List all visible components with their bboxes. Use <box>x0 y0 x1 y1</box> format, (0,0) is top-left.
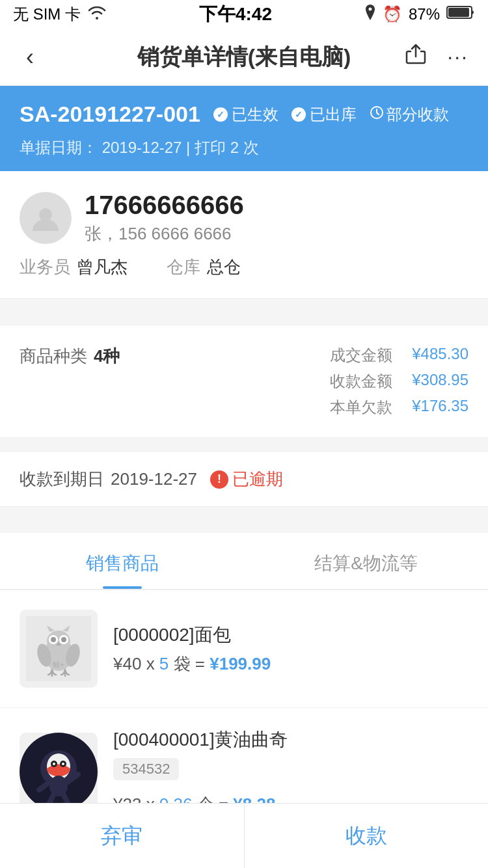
customer-avatar <box>20 192 72 244</box>
order-id: SA-20191227-001 <box>20 102 200 127</box>
sales-name: 曾凡杰 <box>77 256 128 278</box>
product-price-row-1: ¥40 x 5 袋 = ¥199.99 <box>113 653 468 675</box>
due-date-value: 2019-12-27 <box>111 469 197 489</box>
section-gap-1 <box>0 299 488 312</box>
battery-icon <box>446 5 475 23</box>
warehouse-name: 总仓 <box>207 256 241 278</box>
product-name-2: [000400001]黄油曲奇 <box>113 727 468 752</box>
warehouse-label: 仓库 <box>167 256 200 278</box>
svg-point-22 <box>53 763 55 765</box>
due-date-section: 收款到期日 2019-12-27 ! 已逾期 <box>0 452 488 507</box>
status-effective-label: 已生效 <box>232 104 278 125</box>
received-label: 收款金额 <box>330 371 392 392</box>
customer-info-row: 业务员 曾凡杰 仓库 总仓 <box>20 256 468 278</box>
status-bar-right: ⏰ 87% <box>364 5 475 24</box>
tab-sales-label: 销售商品 <box>86 553 159 573</box>
category-count: 4种 <box>94 345 120 368</box>
confirm-label: 收款 <box>346 822 387 850</box>
status-shipped-label: 已出库 <box>310 104 357 125</box>
sales-label: 业务员 <box>20 256 70 278</box>
svg-point-23 <box>62 763 64 765</box>
product-info-1: [0000002]面包 ¥40 x 5 袋 = ¥199.99 <box>113 623 468 675</box>
tab-settle-logistics[interactable]: 结算&物流等 <box>244 533 488 589</box>
svg-text:鲸+: 鲸+ <box>53 660 64 668</box>
tab-sales-products[interactable]: 销售商品 <box>0 533 244 589</box>
product-code-2: [000400001] <box>113 729 215 750</box>
deal-amount-row: 成交金额 ¥485.30 <box>330 345 468 366</box>
carrier-label: 无 SIM 卡 <box>13 4 81 25</box>
alarm-icon: ⏰ <box>383 5 402 23</box>
status-partial-label: 部分收款 <box>386 104 449 125</box>
back-button[interactable]: ‹ <box>20 37 40 77</box>
summary-section: 商品种类 4种 成交金额 ¥485.30 收款金额 ¥308.95 本单欠款 ¥… <box>0 325 488 438</box>
debt-row: 本单欠款 ¥176.35 <box>330 397 468 418</box>
svg-point-9 <box>51 637 56 642</box>
status-badge-shipped: ✓ 已出库 <box>291 104 357 125</box>
section-gap-2 <box>0 438 488 451</box>
overdue-icon: ! <box>210 470 228 489</box>
received-amount-row: 收款金额 ¥308.95 <box>330 371 468 392</box>
wifi-icon <box>87 5 107 23</box>
customer-section: 17666666666 张，156 6666 6666 业务员 曾凡杰 仓库 总… <box>0 171 488 299</box>
deal-amount-value: ¥485.30 <box>412 345 468 366</box>
nav-bar: ‹ 销货单详情(来自电脑) ··· <box>0 29 488 86</box>
check-icon-2: ✓ <box>291 107 306 122</box>
overdue-text: 已逾期 <box>232 468 283 491</box>
tabs-section: 销售商品 结算&物流等 <box>0 533 488 590</box>
section-gap-3 <box>0 507 488 520</box>
share-button[interactable] <box>404 42 427 72</box>
order-print-info: | 打印 2 次 <box>186 139 259 156</box>
tabs-row: 销售商品 结算&物流等 <box>0 533 488 589</box>
order-banner: SA-20191227-001 ✓ 已生效 ✓ 已出库 部分收款 单据日期： 2… <box>0 86 488 171</box>
check-icon-1: ✓ <box>213 107 228 122</box>
product-eq-1: = <box>195 654 210 673</box>
status-bar: 无 SIM 卡 下午4:42 ⏰ 87% <box>0 0 488 29</box>
debt-amount-value: ¥176.35 <box>412 397 468 418</box>
status-bar-time: 下午4:42 <box>199 2 272 27</box>
customer-sub-info: 张，156 6666 6666 <box>85 223 244 245</box>
product-price-1: ¥40 <box>113 654 141 673</box>
order-date: 2019-12-27 <box>102 139 182 156</box>
product-qty-1: 5 <box>159 654 169 673</box>
due-date-label: 收款到期日 <box>20 468 104 491</box>
more-button[interactable]: ··· <box>447 45 468 69</box>
debt-label: 本单欠款 <box>330 397 392 418</box>
product-total-1: ¥199.99 <box>210 654 271 673</box>
bottom-bar: 弃审 收款 <box>0 803 488 868</box>
tab-settle-label: 结算&物流等 <box>314 553 418 573</box>
overdue-badge: ! 已逾期 <box>210 468 283 491</box>
product-code-1: [0000002] <box>113 625 195 645</box>
product-thumb-1: 鲸+ <box>20 610 98 688</box>
category-label: 商品种类 <box>20 345 87 368</box>
product-thumb-2 <box>20 733 98 811</box>
product-sku-badge: 534532 <box>113 758 179 780</box>
cancel-button[interactable]: 弃审 <box>0 804 245 868</box>
customer-id: 17666666666 <box>85 191 244 220</box>
svg-rect-1 <box>448 8 469 17</box>
deal-amount-label: 成交金额 <box>330 345 392 366</box>
product-label-2: 黄油曲奇 <box>215 729 288 750</box>
order-meta: 单据日期： 2019-12-27 | 打印 2 次 <box>20 137 468 158</box>
product-sku: 534532 <box>122 761 170 777</box>
cancel-label: 弃审 <box>101 822 142 850</box>
product-label-1: 面包 <box>195 625 231 645</box>
svg-point-10 <box>61 637 66 642</box>
status-badge-effective: ✓ 已生效 <box>213 104 278 125</box>
status-bar-left: 无 SIM 卡 <box>13 4 107 25</box>
confirm-button[interactable]: 收款 <box>245 804 489 868</box>
order-date-label: 单据日期： <box>20 139 98 156</box>
product-name-1: [0000002]面包 <box>113 623 468 647</box>
status-badge-partial: 部分收款 <box>370 104 449 125</box>
page-title: 销货单详情(来自电脑) <box>137 42 351 72</box>
product-list: 鲸+ [0000002]面包 ¥40 x 5 袋 = ¥199.99 <box>0 590 488 836</box>
product-x-1: x <box>146 654 159 673</box>
clock-icon <box>370 105 384 124</box>
battery-label: 87% <box>409 5 440 23</box>
nav-actions: ··· <box>404 42 468 72</box>
received-amount-value: ¥308.95 <box>412 371 468 392</box>
product-unit-1: 袋 <box>174 654 191 673</box>
product-item: 鲸+ [0000002]面包 ¥40 x 5 袋 = ¥199.99 <box>0 590 488 708</box>
location-icon <box>364 5 376 24</box>
